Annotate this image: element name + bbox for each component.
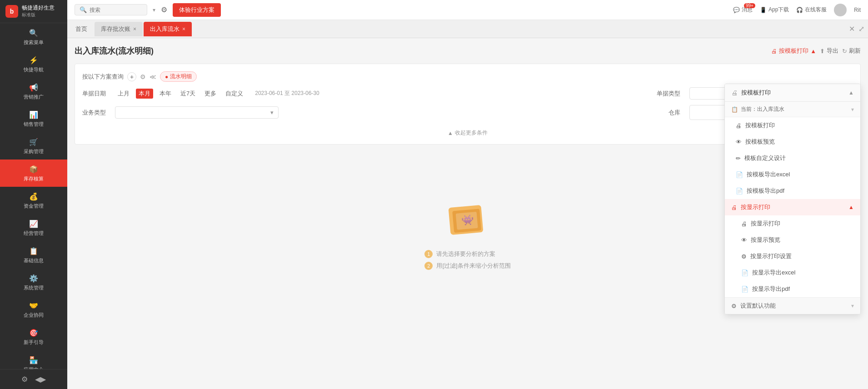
date-option-custom[interactable]: 自定义	[223, 89, 246, 99]
dropdown-print-icon: 🖨	[731, 89, 738, 96]
sidebar-item-marketing[interactable]: 📢 营销推广	[0, 78, 67, 105]
date-option-lastmonth[interactable]: 上月	[115, 89, 132, 99]
dropdown-display-preview[interactable]: 👁 按显示预览	[725, 232, 860, 248]
sidebar-item-label: 快捷导航	[24, 66, 44, 73]
dropdown-display-excel[interactable]: 📄 按显示导出excel	[725, 264, 860, 281]
empty-icon: 👾	[445, 197, 490, 243]
date-option-thismonth[interactable]: 本月	[136, 89, 153, 99]
filter-collapse-icon[interactable]: ≪	[150, 73, 156, 80]
dropdown-display-setting[interactable]: ⚙ 按显示打印设置	[725, 248, 860, 264]
sidebar-item-operation[interactable]: 📈 经营管理	[0, 214, 67, 241]
sidebar-item-guide[interactable]: 🎯 新手引导	[0, 323, 67, 350]
sidebar-item-corp[interactable]: 🤝 企业协同	[0, 296, 67, 323]
topbar-service[interactable]: 🎧 在线客服	[796, 6, 827, 14]
sidebar-logo: b 畅捷通好生意 标准版	[0, 0, 67, 23]
dropdown-display-pdf[interactable]: 📄 按显示导出pdf	[725, 281, 860, 297]
topbar-gear-icon[interactable]: ⚙	[161, 5, 167, 14]
refresh-icon: ↻	[842, 48, 847, 55]
footer-settings-icon: ⚙	[731, 303, 737, 309]
sidebar-item-inventory[interactable]: 📦 库存核算	[0, 160, 67, 187]
filter-add-btn[interactable]: +	[127, 72, 136, 81]
sidebar-item-basic[interactable]: 📋 基础信息	[0, 241, 67, 269]
topbar-app-download[interactable]: 📱 App下载	[760, 6, 789, 14]
app-name-block: 畅捷通好生意 标准版	[22, 5, 55, 18]
dropdown-template-pdf[interactable]: 📄 按模板导出pdf	[725, 183, 860, 199]
filter-cog-icon[interactable]: ⚙	[140, 73, 146, 80]
operation-icon: 📈	[29, 219, 38, 228]
sidebar-item-quicknav[interactable]: ⚡ 快捷导航	[0, 50, 67, 78]
collapse-btn[interactable]: ▲ 收起更多条件	[448, 129, 488, 137]
tab-flow[interactable]: 出入库流水 ×	[144, 22, 192, 36]
sidebar-collapse-icon[interactable]: ◀▶	[35, 375, 46, 384]
filter-header-label: 按以下方案查询	[82, 73, 124, 81]
date-option-thisyear[interactable]: 本年	[157, 89, 174, 99]
date-option-more[interactable]: 更多	[202, 89, 219, 99]
avatar[interactable]	[834, 4, 847, 16]
print-btn[interactable]: 🖨 按模板打印 ▲	[771, 47, 816, 55]
page-actions: 🖨 按模板打印 ▲ ⬆ 导出 ↻ 刷新	[771, 47, 861, 55]
sidebar-item-appstore[interactable]: 🏪 应用中心	[0, 350, 67, 369]
filter-tag-icon: ●	[165, 74, 168, 80]
sales-icon: 📊	[29, 110, 38, 119]
app-icon: 📱	[760, 7, 767, 13]
tab-flow-label: 出入库流水	[150, 25, 180, 33]
tab-batch-close[interactable]: ×	[133, 26, 136, 32]
message-badge: 99+	[744, 3, 755, 8]
biz-type-select[interactable]: ▾	[115, 106, 279, 119]
sidebar-item-sales[interactable]: 📊 销售管理	[0, 105, 67, 132]
filter-active-tag[interactable]: ● 流水明细	[160, 71, 197, 82]
dropdown-template-custom[interactable]: ✏ 模板自定义设计	[725, 150, 860, 166]
dropdown-template-print[interactable]: 🖨 按模板打印	[725, 117, 860, 134]
filter-tag-label: 流水明细	[170, 73, 192, 80]
sidebar-item-purchase[interactable]: 🛒 采购管理	[0, 132, 67, 160]
appstore-icon: 🏪	[29, 356, 38, 364]
tab-flow-close[interactable]: ×	[182, 26, 185, 32]
tabs-bar: 首页 库存批次账 × 出入库流水 × ✕ ⤢	[67, 20, 868, 38]
sidebar-item-search[interactable]: 🔍 搜索菜单	[0, 23, 67, 50]
dropdown-display-section-header[interactable]: 🖨 按显示打印 ▲	[725, 199, 860, 215]
app-label: App下载	[768, 6, 789, 14]
sidebar-item-label: 新手引导	[24, 339, 44, 346]
topbar-message[interactable]: 💬 消息 99+	[733, 6, 753, 14]
topbar-chevron-icon[interactable]: ▾	[153, 7, 155, 13]
template-pdf-icon: 📄	[736, 188, 743, 194]
empty-hint-1: 1 请先选择要分析的方案	[424, 250, 510, 258]
dropdown-header: 🖨 按模板打印 ▲	[725, 84, 860, 102]
window-close-icon[interactable]: ✕	[849, 25, 855, 33]
export-btn[interactable]: ⬆ 导出	[820, 47, 838, 55]
sidebar-item-system[interactable]: ⚙️ 系统管理	[0, 269, 67, 296]
date-option-7days[interactable]: 近7天	[178, 89, 198, 99]
refresh-btn[interactable]: ↻ 刷新	[842, 47, 861, 55]
main-area: 🔍 ▾ ⚙ 体验行业方案 💬 消息 99+ 📱 App下载 🎧 在线客服 Rit	[67, 0, 868, 389]
industry-btn[interactable]: 体验行业方案	[173, 3, 221, 17]
sidebar-item-finance[interactable]: 💰 资金管理	[0, 187, 67, 214]
dropdown-template-excel[interactable]: 📄 按模板导出excel	[725, 166, 860, 183]
tab-home-label: 首页	[75, 25, 87, 33]
export-btn-label: 导出	[827, 47, 838, 55]
empty-hints: 1 请先选择要分析的方案 2 用[过滤]条件来缩小分析范围	[424, 250, 510, 270]
display-setting-label: 按显示打印设置	[750, 252, 792, 260]
dropdown-chevron-icon[interactable]: ▲	[848, 90, 854, 96]
window-maximize-icon[interactable]: ⤢	[858, 25, 864, 33]
quicknav-icon: ⚡	[29, 56, 38, 65]
tab-batch[interactable]: 库存批次账 ×	[95, 22, 143, 36]
dropdown-display-print[interactable]: 🖨 按显示打印	[725, 215, 860, 232]
dropdown-footer[interactable]: ⚙ 设置默认功能 ▾	[725, 297, 860, 314]
current-icon: 📋	[731, 106, 738, 113]
search-input[interactable]	[90, 7, 126, 13]
dropdown-template-preview[interactable]: 👁 按模板预览	[725, 134, 860, 150]
sidebar-settings-icon[interactable]: ⚙	[21, 375, 28, 384]
tab-batch-label: 库存批次账	[101, 25, 130, 33]
biz-type-label: 业务类型	[82, 109, 106, 117]
sidebar-item-label: 系统管理	[24, 284, 44, 291]
template-excel-icon: 📄	[736, 171, 743, 178]
tab-home[interactable]: 首页	[69, 22, 94, 36]
service-label: 在线客服	[805, 6, 827, 14]
system-icon: ⚙️	[29, 274, 38, 283]
template-preview-icon: 👁	[736, 139, 742, 145]
topbar-search-box[interactable]: 🔍	[75, 4, 147, 15]
sidebar-item-label: 销售管理	[24, 121, 44, 128]
inventory-icon: 📦	[29, 165, 38, 174]
template-custom-label: 模板自定义设计	[744, 154, 786, 162]
corp-icon: 🤝	[29, 301, 38, 310]
